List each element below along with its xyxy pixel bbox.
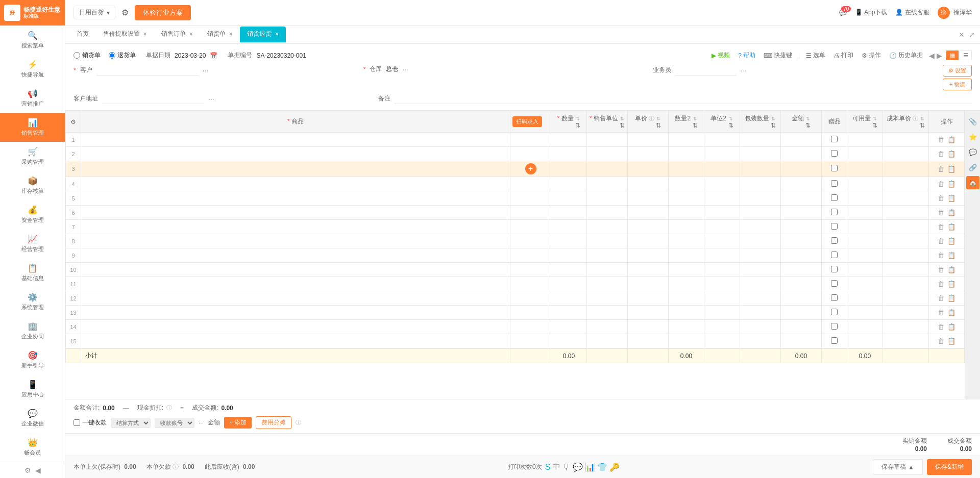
- remark-input[interactable]: [395, 93, 972, 104]
- col-scan[interactable]: 扫码录入: [510, 111, 551, 133]
- prev-arrow[interactable]: ◀: [929, 52, 935, 60]
- row-amount-cell[interactable]: [781, 177, 822, 191]
- bottom-icon-1[interactable]: S: [545, 463, 551, 472]
- experience-btn[interactable]: 体验行业方案: [135, 5, 191, 20]
- row-amount-cell[interactable]: [781, 291, 822, 306]
- row-qty2-cell[interactable]: [669, 133, 704, 147]
- unit-sort-icon[interactable]: ⇅: [620, 116, 625, 129]
- row-price-cell[interactable]: [628, 147, 669, 161]
- customer-input[interactable]: [96, 65, 199, 76]
- copy-row-icon[interactable]: 📋: [947, 309, 955, 316]
- goods-input[interactable]: [105, 165, 487, 172]
- add-payment-btn[interactable]: + 添加: [224, 417, 252, 429]
- row-qty2-cell[interactable]: [669, 234, 704, 248]
- row-cost-cell[interactable]: [883, 220, 929, 234]
- next-arrow[interactable]: ▶: [937, 52, 942, 60]
- row-gift-cell[interactable]: [822, 291, 847, 306]
- row-pkg-cell[interactable]: [740, 320, 781, 334]
- row-price-cell[interactable]: [628, 234, 669, 248]
- row-qty-cell[interactable]: [551, 263, 587, 277]
- shortcut-btn[interactable]: ⌨ 快捷键: [762, 50, 794, 61]
- row-cost-cell[interactable]: [883, 248, 929, 263]
- row-avail-cell[interactable]: [847, 277, 883, 291]
- gift-checkbox[interactable]: [831, 337, 838, 344]
- row-qty-cell[interactable]: [551, 306, 587, 320]
- row-pkg-cell[interactable]: [740, 334, 781, 348]
- row-cost-cell[interactable]: [883, 263, 929, 277]
- sidebar-item-wechat[interactable]: 💬 企业微信: [0, 404, 65, 433]
- sidebar-item-shortcut[interactable]: ⚡ 快捷导航: [0, 55, 65, 84]
- warehouse-dots[interactable]: ···: [402, 65, 408, 73]
- row-cost-cell[interactable]: [883, 306, 929, 320]
- row-pkg-cell[interactable]: [740, 177, 781, 191]
- row-pkg-cell[interactable]: [740, 133, 781, 147]
- row-qty2-cell[interactable]: [669, 320, 704, 334]
- unit2-sort-icon[interactable]: ⇅: [728, 116, 733, 129]
- row-avail-cell[interactable]: [847, 291, 883, 306]
- row-gift-cell[interactable]: [822, 133, 847, 147]
- sidebar-item-operation[interactable]: 📈 经营管理: [0, 229, 65, 258]
- row-amount-cell[interactable]: [781, 133, 822, 147]
- row-qty-cell[interactable]: [551, 191, 587, 206]
- history-btn[interactable]: 🕐 历史单据: [887, 50, 925, 61]
- row-avail-cell[interactable]: [847, 161, 883, 177]
- app-download-btn[interactable]: 📱 App下载: [855, 8, 887, 17]
- row-gift-cell[interactable]: [822, 248, 847, 263]
- sidebar-collapse-icon[interactable]: ◀: [35, 466, 41, 474]
- row-unit-cell[interactable]: [587, 291, 628, 306]
- online-service-btn[interactable]: 👤 在线客服: [895, 8, 929, 17]
- sidebar-item-marketing[interactable]: 📢 营销推广: [0, 84, 65, 113]
- staff-dots[interactable]: ···: [741, 66, 747, 74]
- delete-row-icon[interactable]: 🗑: [938, 150, 944, 158]
- row-goods-cell[interactable]: [81, 147, 510, 161]
- row-qty-cell[interactable]: [551, 147, 587, 161]
- tab-close-sale-order[interactable]: ✕: [189, 31, 193, 37]
- row-goods-cell[interactable]: [81, 234, 510, 248]
- debt-info-icon[interactable]: ⓘ: [173, 463, 179, 470]
- pkg-sort-icon[interactable]: ⇅: [771, 116, 776, 129]
- row-qty2-cell[interactable]: [669, 248, 704, 263]
- price-info-icon[interactable]: ⓘ: [649, 115, 654, 121]
- row-gift-cell[interactable]: [822, 320, 847, 334]
- row-qty2-cell[interactable]: [669, 306, 704, 320]
- row-unit2-cell[interactable]: [704, 220, 740, 234]
- row-price-cell[interactable]: [628, 306, 669, 320]
- row-qty-cell[interactable]: [551, 277, 587, 291]
- gift-checkbox[interactable]: [831, 165, 838, 171]
- copy-row-icon[interactable]: 📋: [947, 223, 955, 231]
- row-avail-cell[interactable]: [847, 248, 883, 263]
- row-pkg-cell[interactable]: [740, 306, 781, 320]
- row-qty2-cell[interactable]: [669, 191, 704, 206]
- radio-delivery[interactable]: 销货单: [74, 51, 101, 60]
- row-pkg-cell[interactable]: [740, 291, 781, 306]
- sidebar-item-inventory[interactable]: 📦 库存核算: [0, 171, 65, 200]
- row-unit2-cell[interactable]: [704, 320, 740, 334]
- copy-row-icon[interactable]: 📋: [947, 237, 955, 245]
- save-draft-btn[interactable]: 保存草稿 ▲: [873, 459, 923, 475]
- delete-row-icon[interactable]: 🗑: [938, 251, 944, 259]
- help-btn[interactable]: ? 帮助: [736, 50, 757, 61]
- row-amount-cell[interactable]: [781, 147, 822, 161]
- delete-row-icon[interactable]: 🗑: [938, 337, 944, 345]
- row-avail-cell[interactable]: [847, 220, 883, 234]
- tab-sale-return[interactable]: 销货退货 ✕: [240, 27, 286, 42]
- row-qty2-cell[interactable]: [669, 147, 704, 161]
- tab-sale-price[interactable]: 售价提取设置 ✕: [96, 27, 154, 42]
- gift-checkbox[interactable]: [831, 266, 838, 272]
- tab-close-sale-return[interactable]: ✕: [275, 31, 279, 37]
- row-cost-cell[interactable]: [883, 161, 929, 177]
- row-gift-cell[interactable]: [822, 206, 847, 220]
- row-cost-cell[interactable]: [883, 177, 929, 191]
- tab-sale-delivery[interactable]: 销货单 ✕: [200, 27, 240, 42]
- copy-row-icon[interactable]: 📋: [947, 180, 955, 188]
- gift-checkbox[interactable]: [831, 251, 838, 258]
- row-avail-cell[interactable]: [847, 147, 883, 161]
- row-cost-cell[interactable]: [883, 234, 929, 248]
- gift-checkbox[interactable]: [831, 136, 838, 142]
- row-pkg-cell[interactable]: [740, 191, 781, 206]
- fee-split-btn[interactable]: 费用分摊: [256, 416, 291, 429]
- payment-checkbox[interactable]: 一键收款: [74, 418, 107, 427]
- row-pkg-cell[interactable]: [740, 248, 781, 263]
- copy-row-icon[interactable]: 📋: [947, 136, 955, 143]
- qty2-sort-icon[interactable]: ⇅: [693, 116, 698, 129]
